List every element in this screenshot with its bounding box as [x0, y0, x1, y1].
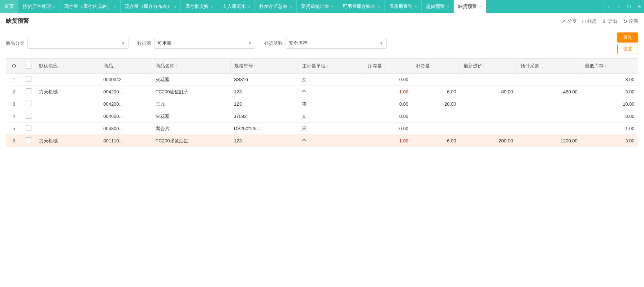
tab-demand-stat[interactable]: 要货单统计表×	[297, 0, 338, 13]
tab-stock-status[interactable]: 现存量（库存状况表）×	[60, 0, 120, 13]
datasource-chevron-icon: ▼	[248, 41, 252, 45]
cell-latest-price	[460, 98, 517, 110]
cell-checkbox[interactable]	[22, 86, 35, 98]
tab-close-expiry[interactable]: ×	[415, 4, 417, 9]
col-product-name-label: 商品名称	[156, 63, 174, 69]
cell-est-purchase	[517, 123, 581, 135]
row-checkbox[interactable]	[26, 125, 31, 131]
col-min-stock-sort-icon[interactable]: ↕	[605, 64, 606, 68]
tab-close-inout-flow[interactable]: ×	[248, 4, 250, 9]
tab-close-demand-stat[interactable]: ×	[331, 4, 334, 9]
cell-unit: 个	[298, 86, 364, 98]
cell-checkbox[interactable]	[22, 98, 35, 110]
tab-batch-account[interactable]: 库存批次账×	[181, 0, 218, 13]
tab-available-ledger[interactable]: 可用量库存账本×	[338, 0, 384, 13]
cell-supplier: 力天机械	[35, 135, 100, 147]
replenish-basis-select[interactable]: 安全库存 ▼	[286, 38, 387, 49]
category-filter: 商品分类 ▼	[6, 38, 129, 49]
cell-product-name: 三九	[152, 98, 230, 110]
select-all-checkbox[interactable]	[26, 63, 31, 69]
row-checkbox[interactable]	[26, 88, 31, 94]
tab-inout-flow[interactable]: 出入库流水×	[218, 0, 255, 13]
tab-receive-summary[interactable]: 收发存汇总表×	[255, 0, 296, 13]
col-product-code-label: 商品...	[104, 63, 117, 69]
category-select[interactable]: ▼	[27, 38, 129, 49]
tab-close-all[interactable]: ✕	[634, 0, 644, 13]
datasource-label: 数据源	[137, 40, 151, 47]
table-row: 1 0000042 火花塞 SS816 支 0.00 8.00	[6, 74, 638, 86]
tab-restore[interactable]: □	[624, 0, 634, 13]
category-label: 商品分类	[6, 40, 25, 47]
tab-close-shortage[interactable]: ×	[479, 4, 481, 9]
tab-close-overstock[interactable]: ×	[447, 4, 449, 9]
tab-close-available-ledger[interactable]: ×	[378, 4, 380, 9]
cell-stock: 0.00	[364, 74, 412, 86]
col-spec-sort-icon[interactable]: ↕	[254, 64, 256, 68]
settings-button[interactable]: 设置	[617, 44, 638, 54]
cell-checkbox[interactable]	[22, 123, 35, 135]
cell-unit: 支	[298, 74, 364, 86]
tab-close-stock-status[interactable]: ×	[113, 4, 116, 9]
cell-spec: DS250*23c...	[230, 123, 298, 135]
tab-close-abnormal[interactable]: ×	[53, 4, 55, 9]
col-supplier-sort-icon[interactable]: ↕	[63, 64, 65, 68]
datasource-select[interactable]: 可用量 ▼	[154, 38, 255, 49]
cell-stock: 0.00	[364, 98, 412, 110]
tab-home[interactable]: 首页	[0, 0, 18, 13]
col-est-purchase-sort-icon[interactable]: ↕	[544, 64, 546, 68]
col-latest-price-label: 最新进价	[464, 63, 482, 69]
tab-close-receive-summary[interactable]: ×	[290, 4, 292, 9]
column-settings-icon[interactable]: ⚙	[9, 62, 18, 70]
tab-stock-dist[interactable]: 现存量（库存分布表）×	[121, 0, 181, 13]
cell-spec: 123	[230, 98, 298, 110]
cell-supplier	[35, 74, 100, 86]
cell-stock: 0.00	[364, 110, 412, 123]
col-settings[interactable]: ⚙	[6, 59, 22, 74]
col-product-name-sort-icon[interactable]: ↕	[175, 64, 177, 68]
col-stock-sort-icon[interactable]: ↕	[383, 64, 385, 68]
page-header: 缺货预警 ➚ 分享 □ 补货 ⇓ 导出 ↻ 刷新	[0, 13, 644, 28]
col-unit-sort-icon[interactable]: ↕	[327, 64, 328, 68]
tab-scroll-left[interactable]: ‹	[604, 0, 614, 13]
col-latest-price-sort-icon[interactable]: ↕	[483, 64, 485, 68]
cell-checkbox[interactable]	[22, 110, 35, 123]
tab-scroll-right[interactable]: ›	[614, 0, 624, 13]
cell-index: 5	[6, 123, 22, 135]
query-button[interactable]: 查询	[617, 32, 638, 43]
cell-supplier	[35, 123, 100, 135]
col-est-purchase-label: 预计采购...	[521, 63, 543, 69]
row-checkbox[interactable]	[26, 137, 31, 143]
col-supplier: 默认供应...↕	[35, 59, 100, 74]
cell-min-stock: 1.00	[581, 123, 638, 135]
col-min-stock: 最低库存↕	[581, 59, 638, 74]
cell-est-purchase: 1200.00	[517, 135, 581, 147]
row-checkbox[interactable]	[26, 101, 31, 106]
tab-expiry[interactable]: 保质期查询×	[385, 0, 422, 13]
col-stock-label: 库存量	[368, 63, 382, 69]
replenish-button[interactable]: □ 补货	[583, 18, 596, 25]
col-stock: 库存量↕	[364, 59, 412, 74]
cell-index: 1	[6, 74, 22, 86]
row-checkbox[interactable]	[26, 76, 31, 82]
export-button[interactable]: ⇓ 导出	[602, 18, 617, 25]
cell-replenish-qty	[412, 74, 460, 86]
cell-checkbox[interactable]	[22, 135, 35, 147]
row-checkbox[interactable]	[26, 113, 31, 119]
tab-shortage[interactable]: 缺货预警×	[454, 0, 486, 13]
cell-checkbox[interactable]	[22, 74, 35, 86]
category-chevron-icon: ▼	[121, 41, 125, 45]
cell-product-name: 火花塞	[152, 74, 230, 86]
col-product-code-sort-icon[interactable]: ↕	[118, 64, 120, 68]
tab-close-batch-account[interactable]: ×	[211, 4, 213, 9]
tab-close-stock-dist[interactable]: ×	[174, 4, 176, 9]
header-actions: ➚ 分享 □ 补货 ⇓ 导出 ↻ 刷新	[562, 18, 638, 25]
refresh-button[interactable]: ↻ 刷新	[623, 18, 638, 25]
tab-abnormal[interactable]: 拣货异常处理×	[18, 0, 60, 13]
tab-overstock[interactable]: 超储预警×	[422, 0, 454, 13]
datasource-value: 可用量	[157, 40, 245, 47]
share-icon: ➚	[562, 18, 566, 24]
filter-buttons: 查询 设置	[617, 32, 638, 54]
col-replenish-qty-sort-icon[interactable]: ↕	[431, 64, 433, 68]
share-button[interactable]: ➚ 分享	[562, 18, 577, 25]
table-row: 2 力天机械 004200... PC200油缸缸子 123 个 -1.00 6…	[6, 86, 638, 98]
